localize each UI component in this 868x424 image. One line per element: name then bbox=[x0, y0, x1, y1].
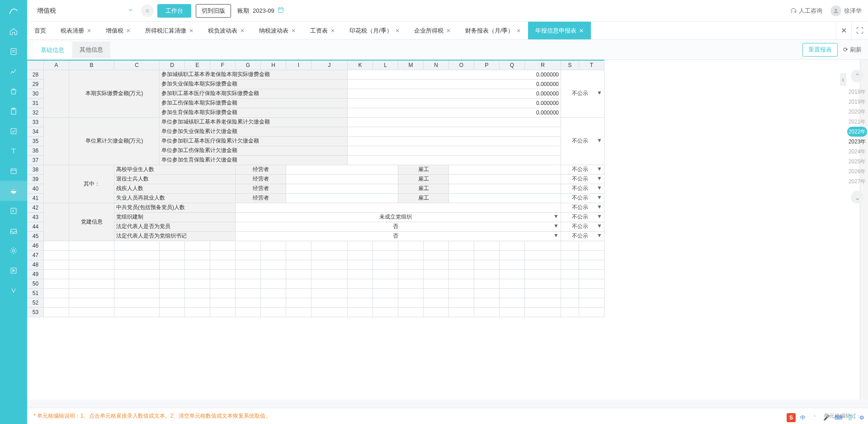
row-header-29[interactable]: 29 bbox=[28, 79, 44, 89]
cell-L50[interactable] bbox=[373, 279, 398, 288]
dropdown-arrow-icon[interactable]: ▼ bbox=[597, 204, 602, 210]
cell-K51[interactable] bbox=[348, 288, 373, 298]
row-header-48[interactable]: 48 bbox=[28, 260, 44, 269]
cell-F50[interactable] bbox=[210, 279, 236, 288]
g3-row-2-col1[interactable]: 经营者 bbox=[236, 184, 286, 193]
refresh-button[interactable]: ⟳ 刷新 bbox=[843, 46, 862, 54]
cell-O53[interactable] bbox=[449, 307, 474, 317]
cell-K48[interactable] bbox=[348, 260, 373, 269]
group4-label[interactable]: 党建信息 bbox=[69, 203, 114, 241]
cell-K46[interactable] bbox=[348, 241, 373, 250]
cell-O49[interactable] bbox=[449, 269, 474, 279]
cell-S50[interactable] bbox=[561, 279, 579, 288]
cell-B48[interactable] bbox=[69, 260, 114, 269]
cell-B47[interactable] bbox=[69, 250, 114, 260]
cell-A53[interactable] bbox=[44, 307, 69, 317]
cell-D47[interactable] bbox=[160, 250, 185, 260]
cell-S53[interactable] bbox=[561, 307, 579, 317]
cell-a-g1[interactable] bbox=[44, 70, 69, 117]
g3-row-0-label[interactable]: 高校毕业生人数 bbox=[114, 165, 236, 174]
tab-7[interactable]: 印花税（月/季）✕ bbox=[342, 22, 407, 39]
col-header-K[interactable]: K bbox=[348, 60, 373, 70]
col-header-F[interactable]: F bbox=[210, 60, 236, 70]
g4-row-1-pub[interactable]: 不公示▼ bbox=[561, 212, 604, 222]
col-header-G[interactable]: G bbox=[236, 60, 261, 70]
dropdown-arrow-icon[interactable]: ▼ bbox=[597, 185, 602, 191]
cell-R46[interactable] bbox=[525, 241, 561, 250]
cell-N50[interactable] bbox=[424, 279, 449, 288]
dropdown-arrow-icon[interactable]: ▼ bbox=[553, 232, 559, 238]
year-2022年[interactable]: 2022年 bbox=[847, 127, 867, 137]
year-2027年[interactable]: 2027年 bbox=[847, 176, 867, 186]
dropdown-arrow-icon[interactable]: ▼ bbox=[597, 194, 602, 200]
cell-C49[interactable] bbox=[114, 269, 160, 279]
cell-M52[interactable] bbox=[398, 298, 424, 307]
cell-M51[interactable] bbox=[398, 288, 424, 298]
nav-doc-icon[interactable] bbox=[0, 42, 27, 62]
g4-row-1-label[interactable]: 党组织建制 bbox=[114, 212, 236, 222]
cell-P48[interactable] bbox=[474, 260, 500, 269]
row-header-47[interactable]: 47 bbox=[28, 250, 44, 260]
g3-row-2-val2[interactable] bbox=[449, 184, 561, 193]
cell-T50[interactable] bbox=[579, 279, 604, 288]
row-header-32[interactable]: 32 bbox=[28, 108, 44, 117]
tab-6[interactable]: 工资表✕ bbox=[303, 22, 342, 39]
cell-J50[interactable] bbox=[311, 279, 348, 288]
cell-E50[interactable] bbox=[185, 279, 210, 288]
col-header-N[interactable]: N bbox=[424, 60, 449, 70]
g2-row-4-value[interactable] bbox=[348, 155, 561, 165]
nav-text-icon[interactable] bbox=[0, 141, 27, 161]
cell-K47[interactable] bbox=[348, 250, 373, 260]
cell-K53[interactable] bbox=[348, 307, 373, 317]
cell-I48[interactable] bbox=[286, 260, 311, 269]
cell-P46[interactable] bbox=[474, 241, 500, 250]
cell-Q47[interactable] bbox=[500, 250, 525, 260]
cell-I46[interactable] bbox=[286, 241, 311, 250]
cell-F51[interactable] bbox=[210, 288, 236, 298]
cell-R50[interactable] bbox=[525, 279, 561, 288]
ime-skin-icon[interactable]: 👕 bbox=[845, 413, 854, 422]
cell-P49[interactable] bbox=[474, 269, 500, 279]
g2-row-3-label[interactable]: 单位参加工伤保险累计欠缴金额 bbox=[160, 146, 348, 155]
cell-S49[interactable] bbox=[561, 269, 579, 279]
row-header-44[interactable]: 44 bbox=[28, 222, 44, 231]
cell-S48[interactable] bbox=[561, 260, 579, 269]
year-down-icon[interactable]: ⌄ bbox=[851, 191, 863, 204]
g1-row-1-label[interactable]: 参加失业保险本期实际缴费金额 bbox=[160, 79, 348, 89]
cell-P50[interactable] bbox=[474, 279, 500, 288]
list-toggle-icon[interactable] bbox=[141, 5, 154, 17]
dropdown-arrow-icon[interactable]: ▼ bbox=[597, 137, 602, 143]
cell-I47[interactable] bbox=[286, 250, 311, 260]
cell-G48[interactable] bbox=[236, 260, 261, 269]
row-header-40[interactable]: 40 bbox=[28, 184, 44, 193]
cell-D51[interactable] bbox=[160, 288, 185, 298]
g2-row-0-label[interactable]: 单位参加城镇职工基本养老保险累计欠缴金额 bbox=[160, 117, 348, 127]
cell-N49[interactable] bbox=[424, 269, 449, 279]
cell-C48[interactable] bbox=[114, 260, 160, 269]
g2-row-4-label[interactable]: 单位参加生育保险累计欠缴金额 bbox=[160, 155, 348, 165]
user-menu[interactable]: 徐泽华 bbox=[830, 5, 862, 16]
col-header-H[interactable]: H bbox=[261, 60, 286, 70]
cell-K52[interactable] bbox=[348, 298, 373, 307]
nav-home-icon[interactable] bbox=[0, 22, 27, 42]
cell-L51[interactable] bbox=[373, 288, 398, 298]
g1-publish[interactable]: 不公示▼ bbox=[561, 70, 604, 117]
cell-A46[interactable] bbox=[44, 241, 69, 250]
cell-C50[interactable] bbox=[114, 279, 160, 288]
g3-row-0-col1[interactable]: 经营者 bbox=[236, 165, 286, 174]
nav-calendar-icon[interactable] bbox=[0, 161, 27, 181]
cell-Q48[interactable] bbox=[500, 260, 525, 269]
col-header-B[interactable]: B bbox=[69, 60, 114, 70]
cell-R48[interactable] bbox=[525, 260, 561, 269]
cell-T53[interactable] bbox=[579, 307, 604, 317]
cell-S51[interactable] bbox=[561, 288, 579, 298]
row-header-41[interactable]: 41 bbox=[28, 193, 44, 203]
cell-A52[interactable] bbox=[44, 298, 69, 307]
cell-G51[interactable] bbox=[236, 288, 261, 298]
g1-row-0-label[interactable]: 参加城镇职工基本养老保险本期实际缴费金额 bbox=[160, 70, 348, 79]
cell-B50[interactable] bbox=[69, 279, 114, 288]
row-header-46[interactable]: 46 bbox=[28, 241, 44, 250]
col-header-I[interactable]: I bbox=[286, 60, 311, 70]
row-header-35[interactable]: 35 bbox=[28, 136, 44, 146]
close-icon[interactable]: ✕ bbox=[395, 28, 400, 34]
